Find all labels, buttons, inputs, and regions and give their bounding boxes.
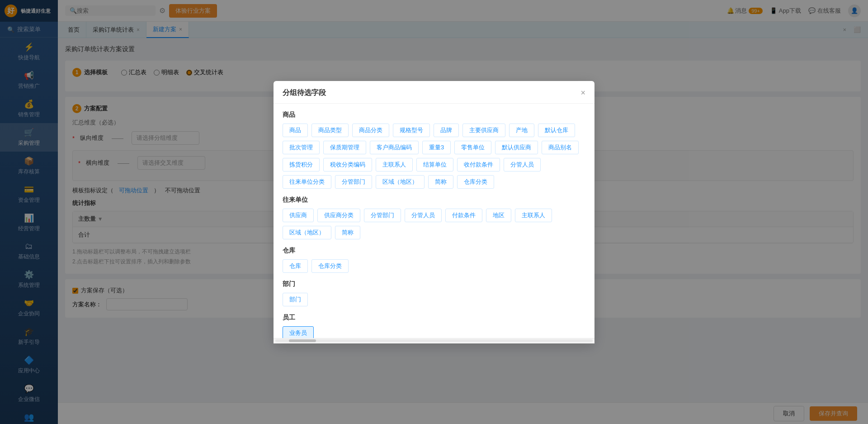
field-chip-product-22[interactable]: 分管部门 <box>335 175 372 189</box>
field-chip-product-24[interactable]: 简称 <box>428 175 453 189</box>
field-chip-product-13[interactable]: 默认供应商 <box>495 141 538 154</box>
section-product: 商品 商品 商品类型 商品分类 规格型号 品牌 主要供应商 产地 默认仓库 批次… <box>283 111 585 189</box>
hscroll-thumb[interactable] <box>289 339 316 342</box>
section-warehouse-title: 仓库 <box>283 247 585 255</box>
field-chip-product-1[interactable]: 商品类型 <box>311 124 349 137</box>
warehouse-field-grid: 仓库 仓库分类 <box>283 259 585 273</box>
section-department-title: 部门 <box>283 280 585 288</box>
hscroll-track <box>275 339 593 342</box>
field-chip-product-21[interactable]: 往来单位分类 <box>283 175 331 189</box>
field-chip-product-20[interactable]: 分管人员 <box>504 158 541 172</box>
field-chip-partner-3[interactable]: 分管人员 <box>405 209 442 222</box>
field-chip-department-0[interactable]: 部门 <box>283 293 308 306</box>
modal-hscroll[interactable] <box>274 338 594 343</box>
department-field-grid: 部门 <box>283 293 585 306</box>
field-chip-partner-6[interactable]: 主联系人 <box>515 209 552 222</box>
field-chip-product-14[interactable]: 商品别名 <box>542 141 579 154</box>
field-chip-product-6[interactable]: 产地 <box>509 124 534 137</box>
field-chip-product-0[interactable]: 商品 <box>283 124 308 137</box>
field-chip-product-10[interactable]: 客户商品编码 <box>370 141 419 154</box>
field-chip-product-19[interactable]: 收付款条件 <box>457 158 500 172</box>
field-select-modal: 分组待选字段 × 商品 商品 商品类型 商品分类 规格型号 品牌 主要供应商 产… <box>274 81 594 343</box>
field-chip-partner-5[interactable]: 地区 <box>486 209 511 222</box>
partner-field-grid: 供应商 供应商分类 分管部门 分管人员 付款条件 地区 主联系人 区域（地区） … <box>283 209 585 239</box>
field-chip-partner-2[interactable]: 分管部门 <box>364 209 401 222</box>
section-department: 部门 部门 <box>283 280 585 306</box>
field-chip-product-4[interactable]: 品牌 <box>434 124 459 137</box>
field-chip-product-5[interactable]: 主要供应商 <box>462 124 505 137</box>
modal-title: 分组待选字段 <box>283 88 326 98</box>
field-chip-product-25[interactable]: 仓库分类 <box>457 175 494 189</box>
section-product-title: 商品 <box>283 111 585 119</box>
employee-field-grid: 业务员 <box>283 326 585 338</box>
field-chip-partner-1[interactable]: 供应商分类 <box>317 209 360 222</box>
field-chip-product-2[interactable]: 商品分类 <box>352 124 389 137</box>
field-chip-product-16[interactable]: 税收分类编码 <box>323 158 372 172</box>
field-chip-product-17[interactable]: 主联系人 <box>376 158 413 172</box>
field-chip-product-8[interactable]: 批次管理 <box>283 141 320 154</box>
field-chip-warehouse-0[interactable]: 仓库 <box>283 259 308 273</box>
field-chip-product-18[interactable]: 结算单位 <box>416 158 453 172</box>
section-employee: 员工 业务员 <box>283 314 585 338</box>
field-chip-product-9[interactable]: 保质期管理 <box>323 141 366 154</box>
field-chip-product-23[interactable]: 区域（地区） <box>376 175 425 189</box>
field-chip-partner-7[interactable]: 区域（地区） <box>283 226 331 239</box>
modal-overlay[interactable]: 分组待选字段 × 商品 商品 商品类型 商品分类 规格型号 品牌 主要供应商 产… <box>0 0 868 424</box>
section-partner: 往来单位 供应商 供应商分类 分管部门 分管人员 付款条件 地区 主联系人 区域… <box>283 196 585 239</box>
field-chip-employee-0[interactable]: 业务员 <box>283 326 314 338</box>
field-chip-warehouse-1[interactable]: 仓库分类 <box>311 259 349 273</box>
product-field-grid: 商品 商品类型 商品分类 规格型号 品牌 主要供应商 产地 默认仓库 批次管理 … <box>283 124 585 189</box>
modal-close-btn[interactable]: × <box>580 88 585 98</box>
field-chip-product-12[interactable]: 零售单位 <box>454 141 491 154</box>
field-chip-product-15[interactable]: 拣货积分 <box>283 158 320 172</box>
field-chip-product-11[interactable]: 重量3 <box>422 141 451 154</box>
field-chip-product-3[interactable]: 规格型号 <box>393 124 430 137</box>
modal-body-scroll[interactable]: 商品 商品 商品类型 商品分类 规格型号 品牌 主要供应商 产地 默认仓库 批次… <box>274 104 594 338</box>
section-employee-title: 员工 <box>283 314 585 322</box>
field-chip-product-7[interactable]: 默认仓库 <box>538 124 575 137</box>
modal-header: 分组待选字段 × <box>274 81 594 104</box>
section-partner-title: 往来单位 <box>283 196 585 204</box>
field-chip-partner-8[interactable]: 简称 <box>335 226 360 239</box>
field-chip-partner-0[interactable]: 供应商 <box>283 209 314 222</box>
field-chip-partner-4[interactable]: 付款条件 <box>445 209 482 222</box>
section-warehouse: 仓库 仓库 仓库分类 <box>283 247 585 273</box>
